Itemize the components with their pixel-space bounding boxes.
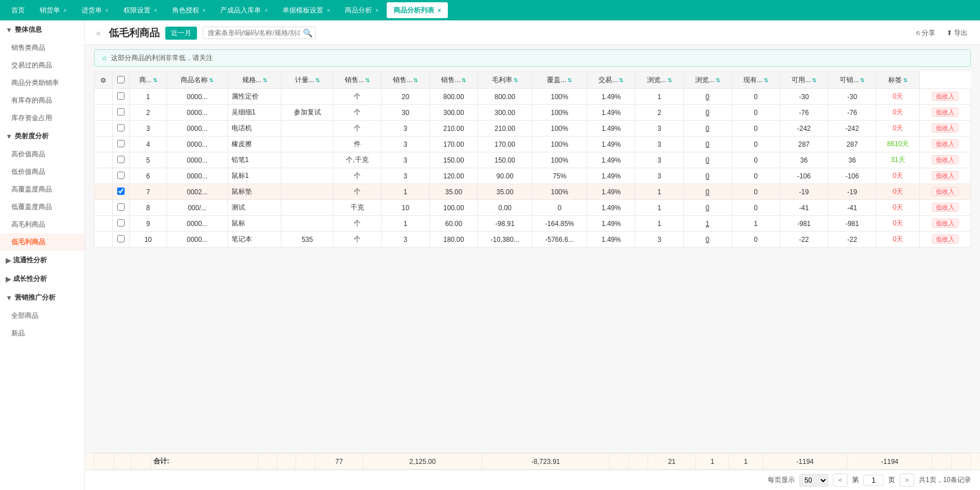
nav-template-close[interactable]: × — [327, 7, 330, 14]
nav-goods-analysis[interactable]: 商品分析 × — [338, 2, 386, 18]
select-all-checkbox[interactable] — [117, 76, 125, 83]
col-spec[interactable]: 规格...⇅ — [228, 72, 281, 89]
col-coverage[interactable]: 覆盖...⇅ — [532, 72, 587, 89]
row-browse1[interactable]: 1 — [683, 216, 731, 232]
row-browse1[interactable]: 0 — [683, 184, 731, 200]
nav-sales[interactable]: 销货单 × — [33, 2, 74, 18]
col-name[interactable]: 商品名称⇅ — [167, 72, 228, 89]
row-browse1[interactable]: 0 — [683, 168, 731, 184]
nav-product-stock[interactable]: 产成品入库单 × — [213, 2, 275, 18]
row-browse1[interactable]: 0 — [683, 152, 731, 168]
sidebar-item-low-value[interactable]: 低价值商品 — [0, 163, 84, 181]
row-browse1[interactable]: 0 — [683, 105, 731, 121]
sidebar-item-capital[interactable]: 库存资金占用 — [0, 109, 84, 127]
col-browse1[interactable]: 浏览...⇅ — [635, 72, 683, 89]
row-num: 2 — [130, 105, 167, 121]
col-browse2[interactable]: 浏览...⇅ — [683, 72, 731, 89]
sidebar-item-low-coverage[interactable]: 低覆盖度商品 — [0, 198, 84, 216]
row-checkbox[interactable] — [113, 232, 130, 248]
sidebar-item-high-value[interactable]: 高价值商品 — [0, 146, 84, 163]
table-container[interactable]: ⚙ 商...⇅ 商品名称⇅ 规格...⇅ 计量...⇅ 销售...⇅ 销售...… — [85, 71, 980, 453]
row-settings — [95, 168, 113, 184]
nav-role-close[interactable]: × — [203, 7, 206, 14]
sidebar-item-all-goods[interactable]: 全部商品 — [0, 307, 84, 325]
next-page-btn[interactable]: ＞ — [900, 474, 914, 487]
row-checkbox[interactable] — [113, 121, 130, 137]
row-browse1[interactable]: 0 — [683, 89, 731, 105]
sidebar-item-category-rate[interactable]: 商品分类助销率 — [0, 74, 84, 92]
page-size-select[interactable]: 50 100 — [799, 474, 828, 487]
nav-role[interactable]: 角色授权 × — [165, 2, 213, 18]
nav-sales-close[interactable]: × — [63, 7, 67, 14]
nav-goods-analysis-close[interactable]: × — [375, 7, 379, 14]
search-input[interactable] — [203, 27, 316, 39]
prev-page-btn[interactable]: ＜ — [833, 474, 848, 487]
sidebar-group-analysis[interactable]: ▼ 类射度分析 — [0, 127, 84, 146]
row-browse1[interactable]: 0 — [683, 232, 731, 248]
col-trade-count[interactable]: 交易...⇅ — [587, 72, 635, 89]
row-unit: 个 — [333, 121, 381, 137]
row-checkbox[interactable] — [113, 200, 130, 216]
sidebar-group-flow[interactable]: ▶ 流通性分析 — [0, 251, 84, 270]
nav-goods-analysis-list[interactable]: 商品分析列表 × — [387, 2, 448, 18]
nav-permission-close[interactable]: × — [154, 7, 157, 14]
row-coverage: 1.49% — [587, 168, 635, 184]
sidebar-item-low-margin[interactable]: 低毛利商品 — [0, 233, 84, 251]
nav-home[interactable]: 首页 — [5, 2, 32, 18]
sidebar-group-marketing[interactable]: ▼ 营销推广分析 — [0, 288, 84, 307]
col-sale-amount[interactable]: 销售...⇅ — [430, 72, 478, 89]
notice-icon: ☆ — [101, 54, 108, 62]
col-sellable-days[interactable]: 可销...⇅ — [828, 72, 876, 89]
sidebar-item-high-margin[interactable]: 高毛利商品 — [0, 216, 84, 233]
sidebar-group-overall[interactable]: ▼ 整体信息 — [0, 20, 84, 39]
row-coverage: 1.49% — [587, 105, 635, 121]
table-row: 1 0000... 属性定价 个 20 800.00 800.00 100% 1… — [95, 89, 971, 105]
row-unit: 件 — [333, 137, 381, 152]
row-checkbox[interactable] — [113, 137, 130, 152]
row-trade-count: 3 — [635, 137, 683, 152]
row-checkbox[interactable] — [113, 105, 130, 121]
row-coverage: 1.49% — [587, 137, 635, 152]
row-name: 测试 — [228, 200, 281, 216]
share-btn[interactable]: ⎋ 分享 — [913, 27, 939, 40]
col-code[interactable]: 商...⇅ — [130, 72, 167, 89]
nav-purchase[interactable]: 进货单 × — [75, 2, 115, 18]
row-checkbox[interactable] — [113, 152, 130, 168]
row-settings — [95, 105, 113, 121]
sidebar-item-new-goods[interactable]: 新品 — [0, 325, 84, 342]
row-code: 0000... — [167, 121, 228, 137]
col-available-stock[interactable]: 可用...⇅ — [780, 72, 828, 89]
export-btn[interactable]: ⬆ 导出 — [943, 27, 971, 40]
nav-permission[interactable]: 权限设置 × — [117, 2, 164, 18]
time-filter-btn[interactable]: 近一月 — [165, 27, 197, 40]
row-checkbox[interactable] — [113, 168, 130, 184]
col-gross-margin[interactable]: 毛利率⇅ — [478, 72, 532, 89]
sidebar-item-sales-goods[interactable]: 销售类商品 — [0, 39, 84, 57]
row-browse1[interactable]: 0 — [683, 121, 731, 137]
row-available-stock: -30 — [828, 89, 876, 105]
sidebar-item-traded-goods[interactable]: 交易过的商品 — [0, 57, 84, 74]
col-unit[interactable]: 计量...⇅ — [281, 72, 333, 89]
nav-goods-list-close[interactable]: × — [438, 7, 441, 14]
col-sale-price[interactable]: 销售...⇅ — [382, 72, 430, 89]
search-icon[interactable]: 🔍 — [303, 28, 313, 37]
nav-product-stock-close[interactable]: × — [264, 7, 268, 14]
col-tag[interactable]: 标签⇅ — [876, 72, 920, 89]
nav-purchase-close[interactable]: × — [105, 7, 109, 14]
sidebar-item-high-coverage[interactable]: 高覆盖度商品 — [0, 181, 84, 198]
col-current-stock[interactable]: 现有...⇅ — [731, 72, 780, 89]
collapse-sidebar-btn[interactable]: « — [94, 28, 103, 37]
col-checkbox[interactable] — [113, 72, 130, 89]
sidebar-item-stock-goods[interactable]: 有库存的商品 — [0, 92, 84, 109]
col-sale-qty[interactable]: 销售...⇅ — [333, 72, 381, 89]
nav-template[interactable]: 单据模板设置 × — [276, 2, 337, 18]
sidebar-group-growth[interactable]: ▶ 成长性分析 — [0, 270, 84, 288]
row-browse1[interactable]: 0 — [683, 200, 731, 216]
row-checkbox[interactable] — [113, 89, 130, 105]
col-settings[interactable]: ⚙ — [95, 72, 113, 89]
page-number-input[interactable] — [863, 475, 884, 486]
row-checkbox[interactable] — [113, 184, 130, 200]
row-num: 10 — [130, 232, 167, 248]
row-browse1[interactable]: 0 — [683, 137, 731, 152]
row-checkbox[interactable] — [113, 216, 130, 232]
